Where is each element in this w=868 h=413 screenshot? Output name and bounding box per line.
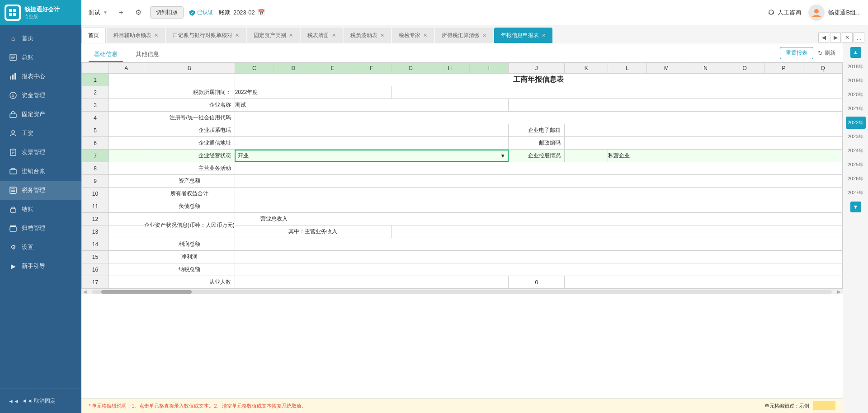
col-g[interactable]: G: [391, 63, 430, 74]
tab-tax-inspector[interactable]: 税检专家 ✕: [392, 28, 434, 43]
col-d[interactable]: D: [274, 63, 313, 74]
tab-close-all-btn[interactable]: ✕: [842, 32, 853, 43]
service-btn[interactable]: 人工咨询: [768, 9, 801, 17]
switch-old-btn[interactable]: 切到旧版: [150, 6, 184, 19]
col-b[interactable]: B: [144, 63, 235, 74]
cell-2c[interactable]: 2022年度: [235, 86, 391, 99]
cell-12e[interactable]: [313, 213, 842, 225]
year-2027[interactable]: 2027年: [846, 187, 866, 199]
col-o[interactable]: O: [725, 63, 764, 74]
cell-15c[interactable]: [235, 251, 842, 263]
cell-17c[interactable]: [235, 276, 509, 289]
cell-11a[interactable]: [109, 200, 144, 213]
sidebar-item-general-ledger[interactable]: 总账: [0, 48, 81, 67]
sidebar-item-tax[interactable]: 税务管理: [0, 181, 81, 200]
cell-14a[interactable]: [109, 238, 144, 251]
year-2018[interactable]: 2018年: [846, 61, 866, 73]
cell-13g[interactable]: [391, 225, 842, 238]
cell-4c[interactable]: [235, 112, 842, 124]
cell-16a[interactable]: [109, 263, 144, 276]
year-scroll-down-btn[interactable]: ▼: [850, 202, 861, 212]
year-2026[interactable]: 2026年: [846, 173, 866, 185]
cell-6c[interactable]: [235, 137, 509, 150]
cancel-fixed-btn[interactable]: ◄◄ ◄◄ 取消固定: [5, 394, 77, 408]
scroll-thumb[interactable]: [101, 290, 192, 294]
cell-8a[interactable]: [109, 162, 144, 175]
sidebar-item-guide[interactable]: ▶ 新手引导: [0, 257, 81, 276]
tab-expand-btn[interactable]: ⛶: [854, 32, 864, 43]
year-2020[interactable]: 2020年: [846, 89, 866, 101]
scroll-left-btn[interactable]: ◀: [81, 289, 89, 294]
tab-tax-table[interactable]: 税表清册 ✕: [301, 28, 343, 43]
cell-3-rest[interactable]: [509, 99, 843, 112]
tab-tax-fluctuation[interactable]: 税负波动表 ✕: [344, 28, 391, 43]
cell-17j[interactable]: 0: [509, 276, 565, 289]
cell-5a[interactable]: [109, 124, 144, 137]
cell-13a[interactable]: [109, 225, 144, 238]
cell-2-rest[interactable]: [391, 86, 842, 99]
col-i[interactable]: I: [469, 63, 509, 74]
cell-3a[interactable]: [109, 99, 144, 112]
cell-11c[interactable]: [235, 200, 842, 213]
cell-2a[interactable]: [109, 86, 144, 99]
tab-fixed-assets[interactable]: 固定资产类别 ✕: [247, 28, 300, 43]
tab-aux-balance[interactable]: 科目辅助余额表 ✕: [107, 28, 165, 43]
calendar-icon[interactable]: 📅: [258, 9, 265, 16]
col-a[interactable]: A: [109, 63, 144, 74]
cell-5k[interactable]: [565, 124, 843, 137]
sidebar-item-invoice[interactable]: 发票管理: [0, 143, 81, 162]
col-p[interactable]: P: [764, 63, 803, 74]
col-m[interactable]: M: [647, 63, 686, 74]
tab-close-icon[interactable]: ✕: [235, 33, 239, 38]
tab-close-icon[interactable]: ✕: [332, 33, 336, 38]
spreadsheet-container[interactable]: A B C D E F G H I J K L: [81, 62, 843, 398]
cell-15a[interactable]: [109, 251, 144, 263]
sidebar-item-sales-purchase[interactable]: 进销台账: [0, 162, 81, 181]
settings-btn[interactable]: ⚙: [132, 6, 145, 19]
tab-income-tax[interactable]: 所得税汇算清缴 ✕: [435, 28, 493, 43]
company-selector[interactable]: 测试 ▼: [89, 9, 108, 17]
sidebar-item-archive[interactable]: 归档管理: [0, 219, 81, 238]
cell-12a[interactable]: [109, 213, 144, 225]
cell-1a[interactable]: [109, 74, 144, 86]
tab-close-icon[interactable]: ✕: [542, 33, 546, 38]
col-j[interactable]: J: [509, 63, 565, 74]
tab-next-btn[interactable]: ▶: [830, 32, 841, 43]
sub-tab-other[interactable]: 其他信息: [130, 47, 165, 62]
col-k[interactable]: K: [565, 63, 608, 74]
cell-17a[interactable]: [109, 276, 144, 289]
col-c[interactable]: C: [235, 63, 274, 74]
sidebar-item-settings[interactable]: ⚙ 设置: [0, 238, 81, 257]
tab-journal-bank[interactable]: 日记账与银行对账单核对 ✕: [166, 28, 246, 43]
sidebar-item-payroll[interactable]: 工资: [0, 124, 81, 143]
year-scroll-up-btn[interactable]: ▲: [850, 47, 861, 58]
sidebar-item-fund[interactable]: ¥ 资金管理: [0, 86, 81, 105]
cell-6k[interactable]: [565, 137, 843, 150]
cell-4a[interactable]: [109, 112, 144, 124]
cell-3c[interactable]: 测试: [235, 99, 509, 112]
cell-9a[interactable]: [109, 175, 144, 188]
cell-17k[interactable]: [565, 276, 843, 289]
year-2024[interactable]: 2024年: [846, 145, 866, 157]
tab-home[interactable]: 首页: [81, 28, 106, 43]
year-2019[interactable]: 2019年: [846, 75, 866, 87]
col-h[interactable]: H: [430, 63, 470, 74]
horizontal-scrollbar[interactable]: ◀ ▶: [81, 289, 843, 294]
cell-8c[interactable]: [235, 162, 842, 175]
cell-7l[interactable]: 私营企业: [608, 150, 842, 162]
cell-1b[interactable]: [144, 74, 235, 86]
col-q[interactable]: Q: [803, 63, 843, 74]
sidebar-item-close-account[interactable]: 结账: [0, 200, 81, 219]
sidebar-item-fixed-assets[interactable]: 固定资产: [0, 105, 81, 124]
year-2025[interactable]: 2025年: [846, 159, 866, 171]
tab-annual-report[interactable]: 年报信息申报表 ✕: [494, 28, 552, 43]
cell-14c[interactable]: [235, 238, 842, 251]
scroll-right-btn[interactable]: ▶: [835, 289, 843, 294]
col-f[interactable]: F: [352, 63, 392, 74]
year-2022[interactable]: 2022年: [846, 117, 866, 129]
col-l[interactable]: L: [608, 63, 647, 74]
tab-close-icon[interactable]: ✕: [380, 33, 384, 38]
cell-5c[interactable]: [235, 124, 509, 137]
cell-6a[interactable]: [109, 137, 144, 150]
cell-7c-dropdown[interactable]: 开业 ▼: [235, 150, 509, 162]
